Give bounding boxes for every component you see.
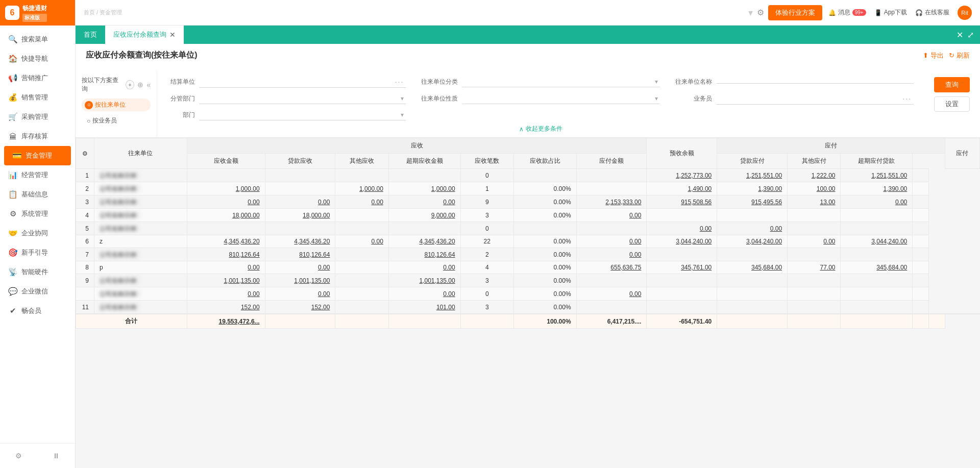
sidebar-item-hardware[interactable]: 📡 智能硬件 [0,262,75,282]
row-ar-prepay[interactable]: 0.00 [576,287,647,301]
sidebar-item-quick-nav[interactable]: 🏠 快捷导航 [0,49,75,68]
add-scheme-btn[interactable]: + [126,80,134,89]
row-ap_other[interactable]: 77.00 [788,261,841,274]
promo-button[interactable]: 体验行业方案 [768,5,822,20]
row-ap_loan[interactable]: 3,044,240.00 [717,235,788,248]
view-by-staff[interactable]: ○ 按业务员 [82,114,151,127]
row-ap_loan[interactable]: 915,495.56 [717,195,788,209]
counterpart-nature-control[interactable]: ▾ [462,93,659,104]
query-button[interactable]: 查询 [934,77,970,92]
salesperson-dots-icon[interactable]: ··· [902,94,912,103]
row-ap_amount[interactable]: 1,252,773.00 [647,169,717,182]
row-ar_loan[interactable]: 0.00 [265,287,335,301]
settings-button[interactable]: 设置 [934,96,970,112]
row-ar_loan[interactable]: 1,001,135.00 [265,274,335,287]
sidebar-item-enterprise[interactable]: 🤝 企业协同 [0,224,75,243]
row-ap_loan[interactable]: 1,251,551.00 [717,169,788,182]
counterpart-category-control[interactable]: ▾ [462,77,659,87]
table-settings-icon[interactable]: ⚙ [82,150,88,157]
row-ar_amount[interactable]: 1,001,135.00 [187,274,265,287]
sidebar-item-search-menu[interactable]: 🔍 搜索菜单 [0,30,75,49]
row-ar_amount[interactable]: 1,000.00 [187,182,265,195]
tab-close-icon[interactable]: ✕ [169,31,176,39]
row-ar_loan[interactable]: 18,000.00 [265,209,335,222]
settings-scheme-icon[interactable]: ⊕ [137,81,143,89]
sidebar-item-inventory[interactable]: 🏛 库存核算 [0,127,75,146]
row-ar_amount[interactable]: 18,000.00 [187,209,265,222]
row-ar_other[interactable]: 0.00 [335,235,388,248]
footer-ar-amount[interactable]: 19,553,472,6... [187,314,265,329]
collapse-filters-btn[interactable]: ∧ 收起更多条件 [167,120,914,137]
row-ar_amount[interactable]: 152.00 [187,301,265,314]
row-ar_loan[interactable]: 810,126.64 [265,248,335,261]
row-ar_amount[interactable]: 0.00 [187,261,265,274]
row-ap_loan[interactable]: 345,684.00 [717,261,788,274]
sidebar-item-system[interactable]: ⚙ 系统管理 [0,204,75,224]
row-ar_other[interactable]: 1,000.00 [335,182,388,195]
row-ar_overdue[interactable]: 101.00 [388,301,460,314]
sidebar-item-business[interactable]: 📊 经营管理 [0,165,75,185]
gear-icon[interactable]: ⚙ [757,8,764,17]
user-avatar[interactable]: Rit [958,6,972,20]
row-ap_other[interactable]: 1,222.00 [788,169,841,182]
row-ar-prepay[interactable]: 0.00 [576,235,647,248]
view-by-unit[interactable]: ⊙ 按往来单位 [82,98,151,111]
row-ar_loan[interactable]: 0.00 [265,195,335,209]
sidebar-item-finance[interactable]: 💳 资金管理 [4,146,71,165]
row-ar_loan[interactable]: 152.00 [265,301,335,314]
row-ar_loan[interactable]: 4,345,436.20 [265,235,335,248]
counterpart-name-control[interactable] [716,80,914,84]
sidebar-item-basic[interactable]: 📋 基础信息 [0,185,75,204]
row-ap_other[interactable]: 0.00 [788,235,841,248]
row-ar_amount[interactable]: 0.00 [187,287,265,301]
row-ar_amount[interactable]: 4,345,436.20 [187,235,265,248]
department-control[interactable]: ▾ [199,110,406,120]
row-ap_other[interactable]: 13.00 [788,195,841,209]
row-ap_loan[interactable]: 1,390.00 [717,182,788,195]
row-ar_amount[interactable]: 810,126.64 [187,248,265,261]
row-ar_other[interactable]: 0.00 [335,195,388,209]
row-ar-prepay[interactable]: 2,153,333.00 [576,195,647,209]
row-ap_amount[interactable]: 345,761.00 [647,261,717,274]
row-ap_overdue[interactable]: 3,044,240.00 [841,235,913,248]
row-ar_overdue[interactable]: 9,000.00 [388,209,460,222]
row-ar_overdue[interactable]: 4,345,436.20 [388,235,460,248]
table-wrapper[interactable]: ⚙ 往来单位 应收 预收余额 应付 应付 应收金额 贷款应收 其他应收 超期应收… [76,138,980,468]
row-ap_amount[interactable]: 3,044,240.00 [647,235,717,248]
collapse-scheme-icon[interactable]: « [146,81,151,89]
window-expand-icon[interactable]: ⤢ [967,30,974,40]
row-ar_amount[interactable]: 0.00 [187,195,265,209]
app-download-btn[interactable]: 📱 App下载 [874,8,907,17]
settlement-dots-icon[interactable]: ··· [395,78,404,86]
row-ap_amount[interactable]: 915,508.56 [647,195,717,209]
refresh-btn[interactable]: ↻ 刷新 [949,51,970,60]
th-settings[interactable]: ⚙ [76,138,94,169]
row-ar_overdue[interactable]: 0.00 [388,195,460,209]
row-ar-prepay[interactable]: 0.00 [576,209,647,222]
row-ap_amount[interactable]: 1,490.00 [647,182,717,195]
row-ap_other[interactable]: 100.00 [788,182,841,195]
row-ar_overdue[interactable]: 1,000.00 [388,182,460,195]
row-ar_overdue[interactable]: 810,126.64 [388,248,460,261]
row-ar_overdue[interactable]: 0.00 [388,261,460,274]
row-ap_overdue[interactable]: 1,390.00 [841,182,913,195]
settlement-unit-control[interactable]: ··· [199,76,406,88]
sidebar-item-sales[interactable]: 💰 销售管理 [0,88,75,107]
sidebar-item-guide[interactable]: 🎯 新手引导 [0,243,75,262]
row-ar_overdue[interactable]: 1,001,135.00 [388,274,460,287]
salesperson-control[interactable]: ··· [716,93,914,105]
sidebar-item-marketing[interactable]: 📢 营销推广 [0,68,75,88]
tab-home[interactable]: 首页 [76,26,105,44]
row-ap_overdue[interactable]: 0.00 [841,195,913,209]
row-ar_loan[interactable]: 0.00 [265,261,335,274]
row-ap_overdue[interactable]: 1,251,551.00 [841,169,913,182]
collapse-sidebar-btn[interactable]: ⏸ [47,449,65,463]
row-ap_overdue[interactable]: 345,684.00 [841,261,913,274]
customer-service-btn[interactable]: 🎧 在线客服 [915,8,949,17]
sidebar-item-purchase[interactable]: 🛒 采购管理 [0,107,75,127]
row-ar_overdue[interactable]: 0.00 [388,287,460,301]
sidebar-item-member[interactable]: ✔ 畅会员 [0,301,75,321]
export-btn[interactable]: ⬆ 导出 [923,51,944,60]
tab-ar-ap-query[interactable]: 应收应付余额查询 ✕ [105,26,184,44]
row-ap_loan[interactable]: 0.00 [717,222,788,235]
